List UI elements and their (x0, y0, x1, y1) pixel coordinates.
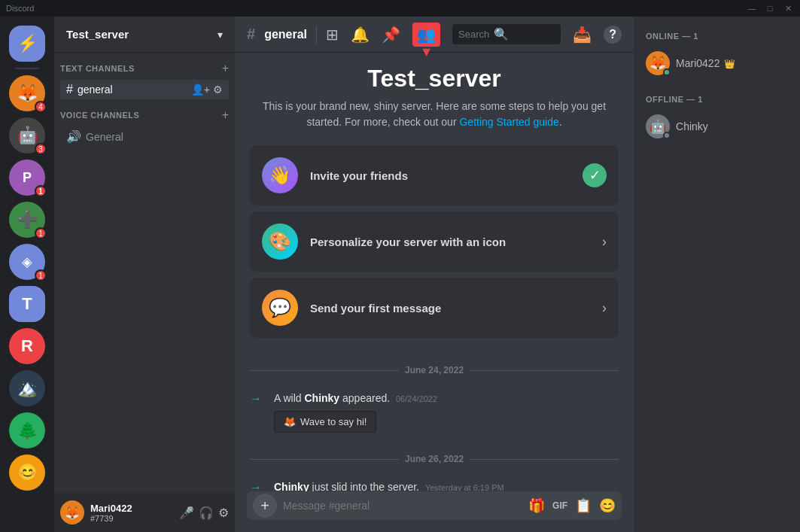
gs-card-message[interactable]: 💬 Send your first message › (250, 278, 619, 338)
welcome-title: Test_server (250, 65, 619, 93)
add-attachment-button[interactable]: + (253, 494, 277, 518)
gift-icon-btn[interactable]: 🎁 (528, 497, 545, 514)
speaker-icon: 🔊 (66, 129, 81, 144)
personalize-card-text: Personalize your server with an icon (310, 236, 590, 248)
gif-icon-btn[interactable]: GIF (552, 500, 567, 511)
member-name-chinky: Chinky (676, 120, 708, 132)
member-item-chinky[interactable]: 🤖 Chinky (640, 110, 800, 143)
server-icon-test[interactable]: T (9, 286, 45, 322)
server-chevron-icon: ▾ (217, 29, 223, 41)
message-timestamp-1: 06/24/2022 (396, 394, 437, 403)
message-text-appeared: A wild Chinky appeared. 06/24/2022 (274, 392, 437, 404)
members-indicator-arrow: ▼ (420, 44, 433, 60)
invite-card-icon: 👋 (262, 157, 298, 193)
message-group-chinky-slid: → Chinky just slid into the server. Yest… (235, 476, 634, 491)
welcome-description: This is your brand new, shiny server. He… (250, 99, 619, 130)
server-badge-s4: 1 (35, 227, 47, 239)
server-icon-mountain[interactable]: 🏔️ (9, 370, 45, 406)
welcome-section: Test_server This is your brand new, shin… (235, 65, 634, 145)
message-arrow-icon-2: → (250, 481, 265, 491)
notification-bell-icon[interactable]: 🔔 (351, 26, 370, 44)
deafen-button[interactable]: 🎧 (199, 506, 214, 520)
text-channels-label: TEXT CHANNELS (60, 64, 135, 73)
voice-channel-name: General (86, 131, 123, 143)
close-button[interactable]: ✕ (782, 4, 794, 14)
sticker-icon-btn[interactable]: 📋 (575, 497, 592, 514)
date-line-right (470, 370, 619, 371)
user-tag: #7739 (90, 514, 173, 523)
server-icon-s4[interactable]: ➕ 1 (9, 202, 45, 238)
member-avatar-mario422: 🦊 (646, 51, 670, 75)
wave-button-1[interactable]: 🦊 Wave to say hi! (274, 411, 376, 433)
message-content-2: Chinky just slid into the server. Yester… (274, 479, 619, 491)
server-icon-s5[interactable]: ◈ 1 (9, 244, 45, 280)
date-label-june24: June 24, 2022 (405, 365, 464, 375)
personalize-card-icon: 🎨 (262, 223, 298, 260)
user-controls: 🎤 🎧 ⚙ (179, 506, 229, 520)
maximize-button[interactable]: □ (764, 4, 776, 14)
channel-header: # general ⊞ 🔔 📌 👥 ▼ Search 🔍 📥 ? (235, 17, 634, 53)
server-icon-discord[interactable]: ⚡ (9, 26, 45, 62)
inbox-icon-btn[interactable]: 📥 (573, 26, 592, 44)
search-input-placeholder: Search (458, 29, 489, 40)
help-icon-btn[interactable]: ? (604, 26, 622, 44)
server-icon-s1[interactable]: 🦊 4 (9, 75, 45, 111)
wave-emoji-1: 🦊 (284, 416, 296, 427)
date-line-left (250, 370, 399, 371)
user-panel: 🦊 Mari0422 #7739 🎤 🎧 ⚙ (54, 493, 235, 532)
text-channels-category: TEXT CHANNELS + (54, 59, 235, 78)
member-item-mario422[interactable]: 🦊 Mari0422 👑 (640, 47, 800, 80)
add-voice-channel-button[interactable]: + (222, 108, 229, 122)
channel-name-general: general (78, 84, 113, 96)
server-header[interactable]: Test_server ▾ (54, 17, 235, 53)
settings-icon[interactable]: ⚙ (213, 84, 223, 96)
title-bar: Discord — □ ✕ (0, 0, 800, 17)
header-actions: ⊞ 🔔 📌 👥 ▼ Search 🔍 📥 ? (326, 23, 622, 47)
server-icon-forest[interactable]: 🌲 (9, 412, 45, 448)
message-card-text: Send your first message (310, 302, 590, 315)
channel-item-general-voice[interactable]: 🔊 General (60, 126, 229, 147)
channel-header-name: general (264, 28, 307, 41)
hashtag-icon-btn[interactable]: ⊞ (326, 26, 339, 44)
gs-card-personalize[interactable]: 🎨 Personalize your server with an icon › (250, 211, 619, 272)
crown-icon: 👑 (724, 59, 735, 69)
online-status-dot (663, 68, 671, 76)
emoji-icon-btn[interactable]: 😊 (599, 497, 616, 514)
message-group-chinky-appeared: → A wild Chinky appeared. 06/24/2022 🦊 W… (235, 388, 634, 436)
message-input-box: + 🎁 GIF 📋 😊 (247, 491, 622, 520)
date-label-june26: June 26, 2022 (405, 454, 464, 464)
server-icon-smile[interactable]: 😊 (9, 454, 45, 491)
search-bar[interactable]: Search 🔍 (452, 24, 561, 44)
member-name-mario422: Mari0422 👑 (676, 57, 735, 69)
members-list-icon-btn[interactable]: 👥 ▼ (412, 23, 440, 47)
server-icon-s2[interactable]: 🤖 3 (9, 117, 45, 154)
channel-header-hash: # (247, 26, 255, 43)
user-settings-button[interactable]: ⚙ (218, 506, 229, 520)
message-content: A wild Chinky appeared. 06/24/2022 🦊 Wav… (274, 391, 619, 433)
window-controls[interactable]: — □ ✕ (746, 4, 794, 14)
message-input[interactable] (283, 491, 522, 520)
server-icon-s3[interactable]: P 1 (9, 160, 45, 196)
server-icon-r[interactable]: R (9, 328, 45, 364)
add-text-channel-button[interactable]: + (222, 62, 229, 75)
message-timestamp-2: Yesterday at 6:19 PM (425, 483, 504, 491)
message-arrow-icon: → (250, 392, 265, 406)
mute-button[interactable]: 🎤 (179, 506, 194, 520)
hash-icon: # (66, 83, 73, 96)
pin-icon-btn[interactable]: 📌 (382, 26, 400, 44)
minimize-button[interactable]: — (746, 4, 758, 14)
member-avatar-chinky: 🤖 (646, 114, 670, 138)
member-list: ONLINE — 1 🦊 Mari0422 👑 OFFLINE — 1 🤖 Ch… (634, 17, 800, 532)
gs-card-invite[interactable]: 👋 Invite your friends ✓ (250, 145, 619, 205)
messages-area[interactable]: Test_server This is your brand new, shin… (235, 53, 634, 491)
server-badge-s5: 1 (35, 269, 47, 281)
wave-label-1: Wave to say hi! (300, 416, 367, 427)
channel-sidebar: Test_server ▾ TEXT CHANNELS + # general … (54, 17, 235, 532)
server-badge-s2: 3 (35, 143, 47, 155)
header-divider (316, 26, 317, 44)
server-divider (15, 68, 39, 69)
getting-started-link[interactable]: Getting Started guide (459, 116, 558, 128)
channel-item-general[interactable]: # general 👤+ ⚙ (60, 80, 229, 99)
input-actions: 🎁 GIF 📋 😊 (528, 497, 616, 514)
add-member-icon[interactable]: 👤+ (191, 84, 210, 96)
